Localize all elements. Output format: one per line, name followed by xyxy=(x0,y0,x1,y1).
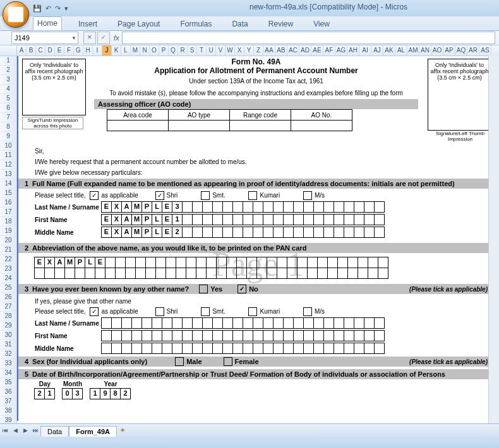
ao-no-cell[interactable] xyxy=(291,121,352,131)
cell[interactable]: E xyxy=(162,227,172,238)
cell[interactable] xyxy=(212,330,223,341)
cell[interactable] xyxy=(75,268,85,279)
cell[interactable] xyxy=(263,201,274,213)
dob-month-cells[interactable]: 03 xyxy=(63,388,83,399)
col-header-AH[interactable]: AH xyxy=(347,45,359,56)
cell[interactable] xyxy=(222,317,233,329)
middle-name-cells[interactable]: EXAMPLE2 xyxy=(102,227,385,238)
cell[interactable]: A xyxy=(121,201,132,213)
cell[interactable] xyxy=(182,201,193,213)
cell[interactable]: M xyxy=(64,257,75,268)
cell[interactable] xyxy=(182,343,193,354)
cell[interactable] xyxy=(162,317,172,329)
cell[interactable] xyxy=(344,214,354,225)
col-header-G[interactable]: G xyxy=(74,45,83,56)
cell[interactable] xyxy=(64,268,75,279)
cell[interactable] xyxy=(347,257,358,268)
col-header-AF[interactable]: AF xyxy=(323,45,335,56)
cell[interactable]: A xyxy=(54,257,65,268)
cell[interactable] xyxy=(323,330,334,341)
cell[interactable] xyxy=(334,317,344,329)
cell[interactable] xyxy=(222,330,233,341)
cell[interactable] xyxy=(337,268,348,279)
row-header-10[interactable]: 10 xyxy=(0,141,16,151)
cell[interactable] xyxy=(141,330,152,341)
cell[interactable] xyxy=(34,268,45,279)
cell[interactable] xyxy=(273,227,284,238)
chk-ms-2[interactable] xyxy=(303,307,312,316)
col-header-AQ[interactable]: AQ xyxy=(455,45,467,56)
cell[interactable]: P xyxy=(141,227,152,238)
cell[interactable] xyxy=(111,343,122,354)
row-header-22[interactable]: 22 xyxy=(0,255,16,264)
cell[interactable]: 3 xyxy=(72,388,83,399)
cell[interactable]: 1 xyxy=(172,214,183,225)
col-header-T[interactable]: T xyxy=(197,45,207,56)
cell[interactable] xyxy=(131,343,142,354)
row-header-29[interactable]: 29 xyxy=(0,321,16,331)
col-header-V[interactable]: V xyxy=(216,45,225,56)
sheet-tab-form49a[interactable]: Form_49A xyxy=(69,426,117,437)
cell[interactable] xyxy=(216,257,227,268)
col-header-L[interactable]: L xyxy=(121,45,131,56)
cell[interactable] xyxy=(125,268,136,279)
col-header-A[interactable]: A xyxy=(17,45,27,56)
cell[interactable] xyxy=(364,227,375,238)
cell[interactable] xyxy=(313,330,324,341)
cell[interactable] xyxy=(243,330,253,341)
dob-year-cells[interactable]: 1982 xyxy=(90,388,131,399)
cell[interactable] xyxy=(303,214,314,225)
cell[interactable] xyxy=(115,268,126,279)
name-box[interactable]: J149▼ xyxy=(11,32,78,44)
row-header-16[interactable]: 16 xyxy=(0,198,16,208)
tab-nav-first-icon[interactable]: ⏮ xyxy=(0,427,10,433)
col-header-AK[interactable]: AK xyxy=(383,45,395,56)
cell[interactable] xyxy=(105,257,116,268)
cell[interactable]: 0 xyxy=(62,388,73,399)
cell[interactable]: 3 xyxy=(172,201,183,213)
cell[interactable] xyxy=(263,343,274,354)
chk-as-applicable-1[interactable] xyxy=(90,191,99,200)
col-header-AB[interactable]: AB xyxy=(275,45,287,56)
ribbon-tab-data[interactable]: Data xyxy=(228,18,251,30)
qat-undo-icon[interactable]: ↶ xyxy=(45,4,51,13)
cell[interactable]: 2 xyxy=(34,388,45,399)
cell[interactable] xyxy=(297,257,308,268)
row-header-6[interactable]: 6 xyxy=(0,103,16,113)
cell[interactable] xyxy=(85,268,95,279)
row-header-5[interactable]: 5 xyxy=(0,94,16,103)
cell[interactable] xyxy=(152,317,162,329)
cell[interactable] xyxy=(364,330,375,341)
cell[interactable] xyxy=(232,214,243,225)
cell[interactable] xyxy=(105,268,116,279)
cell[interactable]: P xyxy=(75,257,85,268)
cell[interactable] xyxy=(303,227,314,238)
cell[interactable] xyxy=(232,343,243,354)
chk-male[interactable] xyxy=(175,357,184,366)
cell[interactable] xyxy=(165,268,176,279)
cell[interactable]: P xyxy=(141,214,152,225)
cell[interactable] xyxy=(192,201,203,213)
cell[interactable] xyxy=(243,227,253,238)
row-header-34[interactable]: 34 xyxy=(0,368,16,378)
cell[interactable] xyxy=(101,330,112,341)
cell[interactable] xyxy=(303,317,314,329)
cell[interactable] xyxy=(313,201,324,213)
cell[interactable] xyxy=(111,317,122,329)
cell[interactable] xyxy=(347,268,358,279)
cell[interactable] xyxy=(317,257,328,268)
cell[interactable]: 9 xyxy=(100,388,111,399)
cell[interactable] xyxy=(273,343,284,354)
cell[interactable]: E xyxy=(162,214,172,225)
cell[interactable] xyxy=(313,317,324,329)
row-header-1[interactable]: 1 xyxy=(0,56,16,66)
cell[interactable]: A xyxy=(121,214,132,225)
col-header-AC[interactable]: AC xyxy=(287,45,299,56)
cell[interactable] xyxy=(313,227,324,238)
fx-icon[interactable]: fx xyxy=(114,34,119,42)
cell[interactable] xyxy=(152,343,162,354)
cell[interactable] xyxy=(293,330,304,341)
col-header-AI[interactable]: AI xyxy=(359,45,371,56)
cell[interactable] xyxy=(323,227,334,238)
cell[interactable] xyxy=(354,330,364,341)
